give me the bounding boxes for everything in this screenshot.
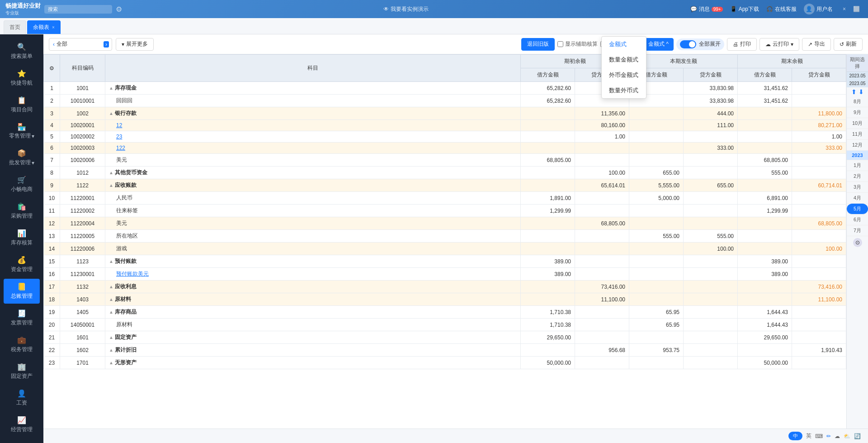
opening-credit <box>575 357 629 369</box>
date-oct[interactable]: 10月 <box>847 118 868 129</box>
date-collapse[interactable]: ⊙ <box>847 236 868 249</box>
tab-balance-label: 余额表 <box>33 24 49 31</box>
status-lang-btn[interactable]: 英 <box>806 432 811 440</box>
expand-all-toggle[interactable]: 全部展开 <box>676 38 724 50</box>
date-apr[interactable]: 4月 <box>847 193 868 204</box>
tab-close-icon[interactable]: × <box>52 25 55 30</box>
refresh-btn[interactable]: ↺ 刷新 <box>834 38 863 51</box>
user-profile-btn[interactable]: 👤 用户名 <box>804 4 833 14</box>
sidebar-item-quick-nav[interactable]: ⭐ 快捷导航 <box>4 66 40 91</box>
sidebar-item-retail[interactable]: 🏪 零售管理 ▾ <box>4 119 40 143</box>
current-credit <box>684 131 738 143</box>
app-download-btn[interactable]: 📱 App下载 <box>730 5 759 13</box>
opening-credit <box>575 143 629 154</box>
expand-more-btn[interactable]: ▾ 展开更多 <box>116 38 154 51</box>
global-search[interactable]: 搜索 <box>44 5 112 14</box>
table-settings-icon[interactable]: ⚙ <box>49 65 54 71</box>
table-container[interactable]: ⚙ 科目编码 科目 期初余额 本期发生额 期末余额 借方金额 贷方金额 借方金额 <box>43 54 846 429</box>
row-num: 18 <box>44 293 60 306</box>
row-num: 9 <box>44 179 60 192</box>
closing-credit <box>792 82 846 95</box>
date-jun[interactable]: 6月 <box>847 214 868 225</box>
date-dec[interactable]: 12月 <box>847 140 868 151</box>
sidebar-item-invoice[interactable]: 🧾 发票管理 <box>4 305 40 330</box>
closing-debit: 50,000.00 <box>738 357 792 369</box>
format-option-qty-amount[interactable]: 数量金额式 <box>602 52 646 67</box>
sidebar-item-wholesale-label: 批发管理 <box>9 159 31 167</box>
cloud-print-btn[interactable]: ☁ 云打印 ▾ <box>760 38 799 51</box>
account-name[interactable]: 23 <box>105 131 521 143</box>
opening-debit: 29,650.00 <box>521 331 575 344</box>
toggle-pill <box>680 40 696 48</box>
sidebar-item-inventory[interactable]: 📊 库存核算 <box>4 225 40 250</box>
demo-link[interactable]: 👁 我要看实例演示 <box>383 5 429 13</box>
salary-icon: 👤 <box>17 389 26 398</box>
row-num: 3 <box>44 107 60 120</box>
sidebar-item-capital[interactable]: 💰 资金管理 <box>4 252 40 277</box>
settings-col-header[interactable]: ⚙ <box>44 55 60 82</box>
account-name[interactable]: 122 <box>105 143 521 154</box>
sidebar-item-operations[interactable]: 📈 经营管理 <box>4 412 40 437</box>
online-service-btn[interactable]: 🎧 在线客服 <box>766 5 797 13</box>
next-year-icon[interactable]: ⬇ <box>859 88 864 95</box>
close-icon[interactable]: × <box>840 5 849 13</box>
print-btn[interactable]: 🖨 打印 <box>727 38 757 51</box>
export-btn[interactable]: ↗ 导出 <box>802 38 831 51</box>
message-btn[interactable]: 💬 消息 99+ <box>690 5 723 13</box>
format-option-qty-foreign[interactable]: 数量外币式 <box>602 83 646 98</box>
account-search-box[interactable]: ‹ › <box>49 38 112 51</box>
date-mar[interactable]: 3月 <box>847 182 868 193</box>
current-credit: 333.00 <box>684 143 738 154</box>
tab-home[interactable]: 首页 <box>4 20 26 34</box>
sidebar-item-tax[interactable]: 💼 税务管理 <box>4 332 40 357</box>
right-arrow-icon[interactable]: › <box>104 41 109 48</box>
date-may[interactable]: 5月 <box>847 204 868 214</box>
current-debit <box>629 120 684 131</box>
opening-debit <box>521 243 575 255</box>
format-option-amount[interactable]: 金额式 <box>602 37 646 52</box>
date-jan[interactable]: 1月 <box>847 160 868 171</box>
sidebar-item-purchase[interactable]: 🛍️ 采购管理 <box>4 199 40 224</box>
format-option-foreign-amount[interactable]: 外币金额式 <box>602 67 646 83</box>
search-settings-icon[interactable]: ⚙ <box>116 5 122 14</box>
sidebar-item-assets[interactable]: 🏢 固定资产 <box>4 359 40 384</box>
account-search-input[interactable] <box>57 41 102 48</box>
date-range-end[interactable]: 2023.05 <box>847 80 868 87</box>
auxiliary-check[interactable] <box>557 41 563 47</box>
format-dropdown-btn[interactable]: 金额式 ^ <box>643 38 674 51</box>
back-to-old-btn[interactable]: 退回旧版 <box>521 38 555 51</box>
date-sep[interactable]: 9月 <box>847 107 868 118</box>
date-aug[interactable]: 8月 <box>847 96 868 107</box>
sidebar-item-project-label: 项目合同 <box>11 106 33 114</box>
tab-balance[interactable]: 余额表 × <box>27 20 61 34</box>
row-num: 20 <box>44 319 60 331</box>
sidebar-item-ledger[interactable]: 📒 总账管理 <box>4 279 40 304</box>
sidebar-item-search[interactable]: 🔍 搜索菜单 <box>4 39 40 64</box>
show-auxiliary-checkbox[interactable]: 显示辅助核算 <box>557 40 598 48</box>
account-code: 1405 <box>60 306 105 319</box>
sidebar-item-wholesale[interactable]: 📦 批发管理 ▾ <box>4 145 40 170</box>
sidebar-item-reports[interactable]: 📝 小畅报销 <box>4 439 40 443</box>
row-num: 16 <box>44 268 60 281</box>
opening-credit <box>575 306 629 319</box>
left-arrow-icon[interactable]: ‹ <box>53 41 55 48</box>
date-range-start[interactable]: 2023.05 <box>847 72 868 80</box>
account-name[interactable]: 12 <box>105 120 521 131</box>
operations-icon: 📈 <box>17 416 26 424</box>
sidebar-item-project[interactable]: 📋 项目合同 <box>4 92 40 117</box>
date-jul[interactable]: 7月 <box>847 225 868 236</box>
date-nov[interactable]: 11月 <box>847 129 868 140</box>
date-year-2023[interactable]: 2023 <box>847 151 868 160</box>
account-name[interactable]: 预付账款美元 <box>105 268 521 281</box>
collapse-icon[interactable]: ⊙ <box>853 238 862 247</box>
date-feb[interactable]: 2月 <box>847 171 868 182</box>
prev-year-icon[interactable]: ⬆ <box>851 88 857 95</box>
sidebar-item-salary[interactable]: 👤 工资 <box>4 386 40 410</box>
sidebar-item-ecommerce[interactable]: 🛒 小畅电商 <box>4 172 40 197</box>
closing-credit: 1,910.43 <box>792 344 846 357</box>
closing-debit <box>738 107 792 120</box>
status-refresh-icon[interactable]: 🔄 <box>854 433 861 439</box>
minimize-icon[interactable]: ⬜ <box>850 5 863 13</box>
status-cn-btn[interactable]: 中 <box>788 432 802 440</box>
current-debit: 65.95 <box>629 319 684 331</box>
